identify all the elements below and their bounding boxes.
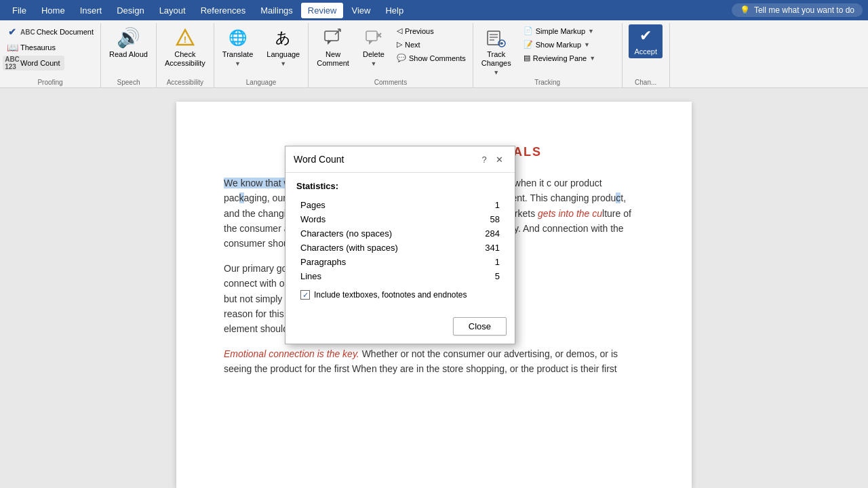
svg-line-4 [335, 29, 340, 35]
show-markup-label: Show Markup [536, 41, 581, 49]
thesaurus-label: Thesaurus [20, 43, 56, 52]
svg-rect-11 [488, 31, 500, 45]
show-comments-button[interactable]: 💬 Show Comments [393, 52, 470, 64]
stat-paragraphs-value: 1 [467, 255, 504, 269]
menu-help[interactable]: Help [378, 3, 410, 18]
changes-group: ✔ Accept Chan... [623, 23, 670, 87]
tell-me-text: Tell me what you want to do [754, 5, 854, 15]
accept-button[interactable]: ✔ Accept [629, 24, 663, 58]
dialog-title: Word Count [294, 154, 477, 165]
stat-paragraphs: Paragraphs 1 [296, 255, 504, 269]
dialog-close-button[interactable]: Close [453, 317, 507, 336]
thesaurus-icon: 📖 [7, 42, 18, 53]
menu-file[interactable]: File [5, 3, 33, 18]
menu-mailings[interactable]: Mailings [254, 3, 300, 18]
track-changes-icon [486, 27, 507, 49]
svg-marker-3 [328, 41, 332, 45]
language-icon: あ [273, 27, 294, 49]
check-accessibility-label: CheckAccessibility [165, 50, 205, 68]
word-count-button[interactable]: ABC123 Word Count [3, 56, 64, 70]
stat-chars-with-spaces: Characters (with spaces) 341 [296, 241, 504, 255]
show-comments-icon: 💬 [397, 54, 406, 62]
dialog-footer: Close [285, 312, 515, 344]
simple-markup-icon: 📄 [524, 26, 533, 35]
language-group: 🌐 Translate ▼ あ Language ▼ Language [214, 23, 309, 87]
comments-group: NewComment Delete ▼ ◁ Previous [309, 23, 473, 87]
check-accessibility-button[interactable]: ! CheckAccessibility [159, 24, 211, 70]
previous-label: Previous [405, 27, 434, 35]
check-accessibility-icon: ! [174, 27, 196, 49]
previous-icon: ◁ [397, 26, 402, 35]
reviewing-pane-icon: ▤ [524, 54, 530, 62]
track-changes-label: TrackChanges [481, 50, 511, 68]
delete-button[interactable]: Delete ▼ [357, 24, 390, 70]
dialog-close-x-button[interactable]: ✕ [492, 152, 507, 167]
translate-icon: 🌐 [227, 27, 249, 49]
stat-words-value: 58 [467, 212, 504, 226]
changes-label: Chan... [623, 79, 669, 86]
proofing-group: ✔ ABC Check Document 📖 Thesaurus ABC123 … [0, 23, 101, 87]
next-label: Next [405, 41, 420, 49]
new-comment-icon [322, 27, 344, 49]
svg-marker-8 [369, 41, 373, 45]
next-button[interactable]: ▷ Next [393, 38, 470, 51]
tracking-group: TrackChanges ▼ 📄 Simple Markup ▼ 📝 Show … [473, 23, 623, 87]
dialog-overlay: Word Count ? ✕ Statistics: Pages 1 Words… [0, 88, 868, 488]
read-aloud-button[interactable]: 🔊 Read Aloud [104, 24, 153, 62]
nav-col: ◁ Previous ▷ Next 💬 Show Comments [393, 24, 470, 64]
word-count-icon: ABC123 [7, 58, 18, 68]
word-count-label: Word Count [20, 59, 60, 67]
stat-lines: Lines 5 [296, 269, 504, 283]
tell-me-bar[interactable]: 💡 Tell me what you want to do [732, 3, 863, 17]
word-count-dialog: Word Count ? ✕ Statistics: Pages 1 Words… [285, 146, 515, 344]
menu-review[interactable]: Review [301, 3, 344, 18]
menu-bar: File Home Insert Design Layout Reference… [0, 0, 868, 20]
statistics-label: Statistics: [296, 181, 504, 191]
simple-markup-button[interactable]: 📄 Simple Markup ▼ [519, 24, 599, 37]
speech-group: 🔊 Read Aloud Speech [101, 23, 157, 87]
check-document-icon: ✔ [7, 26, 18, 37]
language-arrow: ▼ [280, 60, 286, 68]
new-comment-button[interactable]: NewComment [311, 24, 355, 70]
translate-button[interactable]: 🌐 Translate ▼ [217, 24, 258, 70]
accessibility-group: ! CheckAccessibility Accessibility [157, 23, 214, 87]
language-button[interactable]: あ Language ▼ [261, 24, 305, 70]
delete-icon [363, 27, 384, 49]
thesaurus-button[interactable]: 📖 Thesaurus [3, 40, 60, 55]
check-document-button[interactable]: ✔ ABC Check Document [3, 24, 98, 39]
include-textboxes-checkbox[interactable]: ✓ [300, 290, 310, 300]
simple-markup-label: Simple Markup [536, 27, 585, 35]
show-markup-button[interactable]: 📝 Show Markup ▼ [519, 38, 599, 51]
stat-chars-with-spaces-label: Characters (with spaces) [296, 241, 467, 255]
menu-references[interactable]: References [194, 3, 252, 18]
stat-pages-value: 1 [467, 198, 504, 212]
menu-home[interactable]: Home [35, 3, 72, 18]
language-label: Language [214, 79, 308, 86]
comments-label: Comments [309, 79, 472, 86]
tracking-options-col: 📄 Simple Markup ▼ 📝 Show Markup ▼ ▤ Revi… [519, 24, 599, 64]
stat-pages-label: Pages [296, 198, 467, 212]
show-comments-label: Show Comments [409, 54, 466, 62]
lightbulb-icon: 💡 [740, 5, 750, 15]
accept-label: Accept [634, 47, 657, 56]
stat-chars-with-spaces-value: 341 [467, 241, 504, 255]
stat-lines-label: Lines [296, 269, 467, 283]
stat-lines-value: 5 [467, 269, 504, 283]
show-markup-icon: 📝 [524, 40, 533, 49]
statistics-table: Pages 1 Words 58 Characters (no spaces) … [296, 198, 504, 283]
dialog-help-button[interactable]: ? [477, 152, 492, 167]
menu-view[interactable]: View [344, 3, 377, 18]
reviewing-pane-label: Reviewing Pane [533, 54, 587, 62]
tracking-label: Tracking [473, 79, 622, 86]
track-changes-button[interactable]: TrackChanges ▼ [476, 24, 517, 79]
menu-design[interactable]: Design [110, 3, 151, 18]
stat-words: Words 58 [296, 212, 504, 226]
previous-button[interactable]: ◁ Previous [393, 24, 470, 37]
menu-insert[interactable]: Insert [73, 3, 109, 18]
dialog-body: Statistics: Pages 1 Words 58 Characters … [285, 173, 515, 312]
menu-layout[interactable]: Layout [153, 3, 193, 18]
language-label: Language [267, 50, 300, 59]
reviewing-pane-button[interactable]: ▤ Reviewing Pane ▼ [519, 52, 599, 64]
svg-rect-7 [366, 31, 377, 41]
next-icon: ▷ [397, 40, 402, 49]
